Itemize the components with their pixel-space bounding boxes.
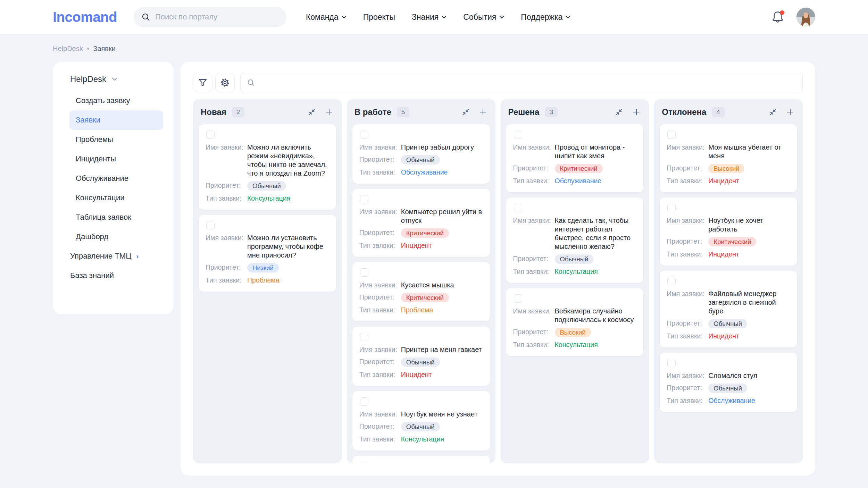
sidebar-item-9[interactable]: Управление ТМЦ › xyxy=(62,246,164,266)
nav-item-3[interactable]: Знания xyxy=(412,12,446,22)
field-label-type: Тип заявки: xyxy=(359,241,398,250)
ticket-card[interactable]: Имя заявки: Ноутбук меня не узнает Приор… xyxy=(352,391,490,451)
kanban-board: Новая 2 Имя заявки: Можно xyxy=(193,99,803,463)
notifications-button[interactable] xyxy=(771,10,785,24)
card-checkbox[interactable] xyxy=(514,131,522,139)
ticket-card[interactable]: Имя заявки: Провод от монитора - шипит к… xyxy=(506,124,644,192)
sidebar-item-7[interactable]: Таблица заявок › xyxy=(62,208,164,227)
sidebar-item-2[interactable]: Заявки › xyxy=(69,110,163,130)
ticket-name: Провод от монитора - шипит как змея xyxy=(555,143,637,160)
card-checkbox[interactable] xyxy=(514,294,522,303)
card-checkbox[interactable] xyxy=(667,131,676,139)
card-checkbox[interactable] xyxy=(360,462,368,463)
card-checkbox[interactable] xyxy=(206,221,215,229)
ticket-type: Консультация xyxy=(401,435,483,444)
priority-badge: Обычный xyxy=(401,357,440,367)
ticket-card[interactable]: Имя заявки: Можно ли установить программ… xyxy=(199,215,336,292)
nav-item-4[interactable]: События xyxy=(463,12,504,22)
global-search-input[interactable] xyxy=(155,12,279,22)
priority-badge: Обычный xyxy=(401,422,440,431)
ticket-card[interactable]: Имя заявки: Моя мышка убегает от меня Пр… xyxy=(660,124,797,192)
field-label-type: Тип заявки: xyxy=(359,370,398,379)
priority-badge: Высокий xyxy=(708,164,744,173)
field-label-type: Тип заявки: xyxy=(513,177,552,185)
board-search[interactable] xyxy=(240,73,803,92)
add-card-button[interactable] xyxy=(785,107,795,117)
board-settings-button[interactable] xyxy=(215,73,235,92)
nav-item-5[interactable]: Поддержка xyxy=(521,12,570,22)
app-logo[interactable]: Incomand xyxy=(53,9,117,25)
topbar: Incomand Команда Проекты Знания События … xyxy=(0,0,868,34)
field-label-priority: Приоритет: xyxy=(359,293,398,302)
plus-icon xyxy=(632,108,641,116)
sidebar-item-1[interactable]: Создать заявку › xyxy=(62,91,164,110)
nav-item-2[interactable]: Проекты xyxy=(363,12,395,22)
add-card-button[interactable] xyxy=(324,107,334,117)
field-label-priority: Приоритет: xyxy=(359,228,398,237)
notification-badge-dot xyxy=(780,10,784,15)
ticket-card[interactable]: Имя заявки: Вебкамера случайно подключил… xyxy=(506,288,644,356)
ticket-card[interactable]: Имя заявки: Принтер забыл дорогу Приорит… xyxy=(352,124,490,184)
card-checkbox[interactable] xyxy=(667,359,676,367)
user-avatar[interactable] xyxy=(796,8,815,26)
ticket-card[interactable]: Имя заявки: Как сделать так, чтобы интер… xyxy=(506,197,644,283)
priority-badge: Критический xyxy=(708,237,756,246)
sidebar-section-helpdesk[interactable]: HelpDesk xyxy=(62,74,164,84)
card-checkbox[interactable] xyxy=(206,131,215,139)
ticket-card[interactable]: Имя заявки: Можно ли включить режим «нев… xyxy=(199,124,336,210)
card-checkbox[interactable] xyxy=(667,277,676,285)
ticket-card[interactable]: Имя заявки: Компьютер решил уйти в отпус… xyxy=(352,189,490,257)
card-checkbox[interactable] xyxy=(360,333,368,341)
card-checkbox[interactable] xyxy=(360,131,368,139)
priority-badge: Высокий xyxy=(555,328,591,337)
card-checkbox[interactable] xyxy=(360,268,368,277)
ticket-card[interactable]: Имя заявки: Сломался стул Приоритет: Обы… xyxy=(660,353,797,412)
ticket-name: Можно ли включить режим «невидимка», что… xyxy=(247,143,329,178)
collapse-column-button[interactable] xyxy=(461,107,470,117)
card-checkbox[interactable] xyxy=(514,204,522,212)
filter-button[interactable] xyxy=(193,73,212,92)
card-checkbox[interactable] xyxy=(667,204,676,212)
collapse-column-button[interactable] xyxy=(768,107,778,117)
card-checkbox[interactable] xyxy=(360,195,368,203)
field-label-name: Имя заявки: xyxy=(359,143,398,152)
ticket-card[interactable]: Имя заявки: Принтер на меня гавкает Прио… xyxy=(352,327,490,386)
ticket-type: Проблема xyxy=(247,276,329,285)
collapse-column-button[interactable] xyxy=(307,107,317,117)
global-search[interactable] xyxy=(134,7,286,27)
breadcrumb-parent[interactable]: HelpDesk xyxy=(53,45,83,53)
field-label-name: Имя заявки: xyxy=(206,143,244,152)
ticket-card[interactable]: Имя заявки: Ноутбук не хочет работать Пр… xyxy=(660,197,797,266)
board-search-input[interactable] xyxy=(259,78,796,87)
add-card-button[interactable] xyxy=(478,107,488,117)
priority-badge: Обычный xyxy=(247,181,286,191)
sidebar-item-5[interactable]: Обслуживание › xyxy=(62,169,164,188)
chevron-down-icon xyxy=(112,77,117,81)
priority-badge: Обычный xyxy=(708,319,747,328)
ticket-name: Вебкамера случайно подключилась к космос… xyxy=(555,307,637,324)
sidebar-item-3[interactable]: Проблемы › xyxy=(62,130,164,149)
ticket-type: Инцидент xyxy=(401,241,483,250)
column-count-badge: 3 xyxy=(545,107,558,117)
kanban-column-3: Решена 3 Имя заявки: Прово xyxy=(501,99,649,463)
field-label-name: Имя заявки: xyxy=(667,371,706,380)
ticket-card[interactable]: Имя заявки: Вебкамера сломалась Приорите… xyxy=(352,456,490,463)
sidebar-item-10[interactable]: База знаний › xyxy=(62,266,164,285)
sidebar-item-6[interactable]: Консультации › xyxy=(62,188,164,208)
ticket-name: Компьютер решил уйти в отпуск xyxy=(401,208,483,225)
sidebar-item-8[interactable]: Дашборд › xyxy=(62,227,164,246)
ticket-type: Инцидент xyxy=(708,250,790,259)
field-label-type: Тип заявки: xyxy=(206,276,244,285)
priority-badge: Критический xyxy=(555,164,603,173)
sidebar-item-4[interactable]: Инциденты › xyxy=(62,149,164,169)
add-card-button[interactable] xyxy=(632,107,641,117)
ticket-name: Принтер забыл дорогу xyxy=(401,143,483,152)
collapse-column-button[interactable] xyxy=(614,107,624,117)
card-checkbox[interactable] xyxy=(360,397,368,406)
nav-item-1[interactable]: Команда xyxy=(306,12,347,22)
ticket-card[interactable]: Имя заявки: Кусается мышка Приоритет: Кр… xyxy=(352,262,490,321)
ticket-card[interactable]: Имя заявки: Файловый менеджер затерялся … xyxy=(660,271,797,347)
column-title: Отклонена xyxy=(662,107,706,117)
field-label-type: Тип заявки: xyxy=(359,168,398,177)
board-toolbar xyxy=(193,73,803,92)
